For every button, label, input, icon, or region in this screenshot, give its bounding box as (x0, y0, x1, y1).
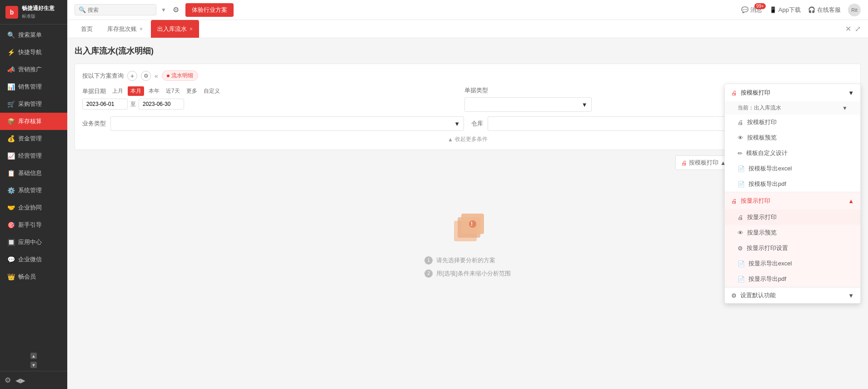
notice-icon: 💬 (741, 6, 748, 13)
template-section-header[interactable]: 🖨 按模板打印 ▼ (725, 84, 860, 101)
template-custom-item[interactable]: ✏ 模板自定义设计 (725, 145, 860, 161)
template-custom-icon: ✏ (738, 150, 743, 157)
header-search-input[interactable] (88, 7, 147, 13)
top-header: 🔍 ▼ ⚙ 体验行业方案 💬 消息 99+ 📱 App下载 🎧 在线客服 Rit (67, 0, 868, 20)
filter-config-btn[interactable]: ⚙ (141, 71, 151, 81)
tab-home[interactable]: 首页 (75, 20, 99, 38)
template-section-arrow[interactable]: ▼ (848, 90, 854, 96)
tab-close-all-btn[interactable]: ✕ (845, 25, 851, 33)
display-section-header[interactable]: 🖨 按显示打印 ▲ (725, 192, 860, 209)
filter-header: 按以下方案查询 + ⚙ « 流水明细 (82, 70, 853, 81)
collapse-icon[interactable]: ◀▶ (15, 377, 25, 384)
tab-batch-close[interactable]: × (140, 26, 143, 32)
sidebar-scroll-up[interactable]: ▲ (30, 353, 37, 359)
trial-btn[interactable]: 体验行业方案 (185, 3, 234, 17)
tab-batch[interactable]: 库存批次账 × (101, 20, 149, 38)
shortcut-current-month[interactable]: 本月 (128, 86, 144, 96)
sidebar-item-member[interactable]: 👑畅会员 (0, 268, 67, 285)
display-preview-icon: 👁 (738, 229, 743, 236)
display-pdf-item[interactable]: 📄 按显示导出pdf (725, 271, 860, 287)
nav-label-system: 系统管理 (18, 186, 42, 194)
sidebar-item-finance[interactable]: 💰资金管理 (0, 130, 67, 147)
empty-step-1: 1 请先选择要分析的方案 (424, 255, 510, 265)
shortcut-prev-month[interactable]: 上月 (110, 86, 125, 96)
settings-footer-arrow[interactable]: ▼ (848, 292, 854, 299)
settings-icon[interactable]: ⚙ (5, 376, 11, 384)
filter-add-btn[interactable]: + (127, 71, 137, 81)
sidebar-item-system[interactable]: ⚙️系统管理 (0, 182, 67, 199)
template-print-item[interactable]: 🖨 按模板打印 (725, 115, 860, 130)
svg-text:!: ! (471, 221, 473, 227)
sidebar-item-marketing[interactable]: 📣营销推广 (0, 61, 67, 78)
nav-label-apps: 应用中心 (18, 238, 42, 246)
display-excel-item[interactable]: 📄 按显示导出excel (725, 256, 860, 271)
header-settings-icon[interactable]: ⚙ (171, 4, 181, 16)
shortcut-custom[interactable]: 自定义 (202, 86, 222, 96)
shortcut-7days[interactable]: 近7天 (164, 86, 182, 96)
sidebar-item-purchase[interactable]: 🛒采购管理 (0, 95, 67, 113)
sidebar-item-basic[interactable]: 📋基础信息 (0, 165, 67, 182)
nav-label-member: 畅会员 (18, 273, 36, 281)
type-select[interactable]: ▼ (464, 97, 592, 112)
sidebar-item-wechat[interactable]: 💬企业微信 (0, 251, 67, 268)
dropdown-settings-footer[interactable]: ⚙ 设置默认功能 ▼ (725, 287, 860, 303)
empty-icon: ! (449, 212, 486, 249)
display-print-icon: 🖨 (738, 214, 743, 221)
template-preview-item[interactable]: 👁 按模板预览 (725, 130, 860, 145)
nav-icon-operations: 📈 (7, 152, 15, 160)
date-from-input[interactable] (82, 99, 128, 110)
sidebar-item-inventory[interactable]: 📦库存核算 (0, 113, 67, 130)
sidebar-item-sales[interactable]: 📊销售管理 (0, 78, 67, 95)
nav-icon-wechat: 💬 (7, 256, 15, 263)
app-name: 畅捷通好生意 (22, 5, 55, 12)
type-select-arrow: ▼ (582, 101, 588, 108)
sidebar-item-apps[interactable]: 🔲应用中心 (0, 234, 67, 251)
business-select[interactable]: ▼ (110, 116, 464, 131)
notice-btn[interactable]: 💬 消息 99+ (741, 6, 762, 14)
template-header-icon: 🖨 (731, 90, 737, 96)
tab-maximize-btn[interactable]: ⤢ (855, 25, 861, 33)
sidebar-scroll-down[interactable]: ▼ (30, 362, 37, 368)
online-service-btn[interactable]: 🎧 在线客服 (808, 6, 841, 14)
user-avatar[interactable]: Rit (848, 4, 861, 16)
shortcut-more[interactable]: 更多 (185, 86, 199, 96)
header-expand-btn[interactable]: ▼ (161, 7, 166, 13)
nav-label-shortcuts: 快捷导航 (18, 48, 42, 56)
filter-collapse-icon[interactable]: « (155, 72, 158, 80)
sidebar-item-guide[interactable]: 🎯新手引导 (0, 216, 67, 234)
display-section-arrow[interactable]: ▲ (848, 198, 854, 204)
filter-tag: 流水明细 (162, 70, 198, 81)
sidebar-item-shortcuts[interactable]: ⚡快捷导航 (0, 44, 67, 61)
app-download-btn[interactable]: 📱 App下载 (769, 6, 801, 14)
tab-flow[interactable]: 出入库流水 × (151, 20, 199, 38)
page-title: 出入库流水(流水明细) (75, 45, 861, 56)
template-current-arrow[interactable]: ▼ (842, 105, 848, 111)
nav-label-purchase: 采购管理 (18, 100, 42, 108)
user-name: Rit (851, 7, 857, 13)
template-print-icon: 🖨 (738, 119, 743, 126)
template-pdf-item[interactable]: 📄 按模板导出pdf (725, 176, 860, 192)
search-icon: 🔍 (79, 6, 86, 13)
nav-label-basic: 基础信息 (18, 169, 42, 177)
tab-bar: 首页 库存批次账 × 出入库流水 × ✕ ⤢ (67, 20, 868, 38)
shortcut-current-year[interactable]: 本年 (147, 86, 161, 96)
template-section: 🖨 按模板打印 ▼ 当前：出入库流水 ▼ 🖨 按模板打印 👁 按模板预览 (725, 84, 860, 192)
filter-business-group: 业务类型 ▼ (82, 116, 464, 131)
print-template-btn[interactable]: 🖨 按模板打印 ▲ (675, 155, 732, 170)
sidebar-nav: 🔍搜索菜单⚡快捷导航📣营销推广📊销售管理🛒采购管理📦库存核算💰资金管理📈经营管理… (0, 25, 67, 350)
collapse-btn[interactable]: ▲ 收起更多条件 (448, 135, 488, 143)
template-excel-item[interactable]: 📄 按模板导出excel (725, 161, 860, 176)
sidebar-item-search[interactable]: 🔍搜索菜单 (0, 26, 67, 44)
tab-flow-close[interactable]: × (190, 26, 193, 32)
nav-label-wechat: 企业微信 (18, 255, 42, 264)
display-preview-item[interactable]: 👁 按显示预览 (725, 225, 860, 240)
header-search-box[interactable]: 🔍 (75, 4, 156, 15)
logo-icon: b (5, 6, 18, 19)
sidebar-item-cooperation[interactable]: 🤝企业协同 (0, 199, 67, 216)
display-print-item[interactable]: 🖨 按显示打印 (725, 209, 860, 225)
empty-step-2: 2 用[选项]条件来缩小分析范围 (424, 268, 510, 279)
date-to-input[interactable] (139, 99, 184, 110)
nav-icon-shortcuts: ⚡ (7, 49, 15, 56)
sidebar-item-operations[interactable]: 📈经营管理 (0, 147, 67, 165)
display-print-settings-item[interactable]: ⚙ 按显示打印设置 (725, 240, 860, 256)
